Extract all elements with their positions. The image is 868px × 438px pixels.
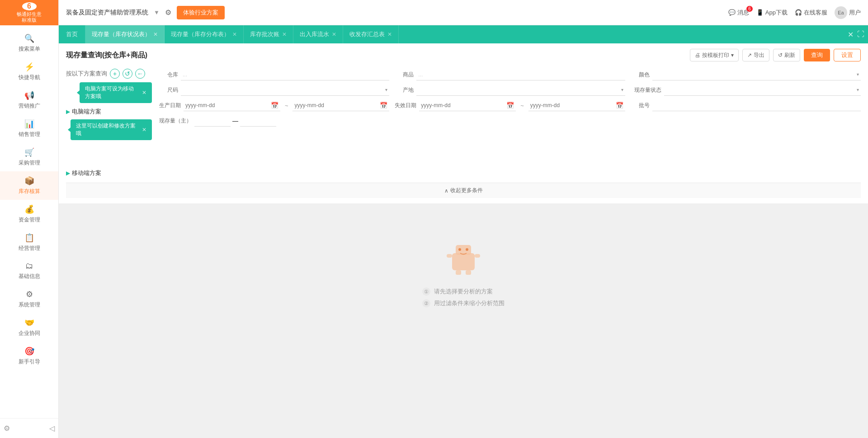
- collapse-sidebar-icon[interactable]: ◁: [49, 424, 55, 433]
- panel-title-bar: 现存量查询(按仓库+商品) 🖨 按模板打印 ▾ ↗ 导出 ↺: [66, 43, 861, 65]
- prod-date-start[interactable]: [185, 102, 271, 108]
- color-field: 颜色 ▾: [631, 69, 861, 80]
- exp-date-start-input[interactable]: 📅: [419, 99, 516, 111]
- inventory-sep: —: [232, 118, 238, 124]
- batch-label: 批号: [631, 102, 650, 109]
- exp-date-end-input[interactable]: 📅: [528, 99, 625, 111]
- prod-date-end-input[interactable]: 📅: [292, 99, 389, 111]
- refresh-scheme-button[interactable]: ↺: [123, 69, 132, 79]
- tab-close-icon[interactable]: ✕: [153, 31, 158, 38]
- system-name: 装备及固定资产辅助管理系统: [66, 9, 148, 17]
- tab-batch-account[interactable]: 库存批次账 ✕: [244, 25, 293, 43]
- user-profile-button[interactable]: Ea 用户: [835, 6, 861, 19]
- prod-date-label: 生产日期: [159, 102, 181, 109]
- back-scheme-button[interactable]: ←: [135, 69, 145, 79]
- sidebar-item-collab[interactable]: 🤝 企业协同: [0, 313, 58, 342]
- scheme-tree: ▶ 电脑端方案: [66, 106, 156, 118]
- sidebar: 6 畅通好生意 标准版 🔍 搜索菜单 ⚡ 快捷导航 📢 营销推广 📊 销售管理 …: [0, 0, 59, 438]
- tab-in-out-flow[interactable]: 出入库流水 ✕: [293, 25, 343, 43]
- tab-home[interactable]: 首页: [59, 25, 85, 43]
- tab-summary[interactable]: 收发存汇总表 ✕: [343, 25, 399, 43]
- sidebar-item-inventory[interactable]: 📦 库存核算: [0, 171, 58, 200]
- system-dropdown-icon[interactable]: ▼: [154, 9, 160, 16]
- tooltip2-close-icon[interactable]: ✕: [142, 127, 146, 133]
- filter-row-3: 生产日期 📅 ~ 📅: [159, 99, 861, 111]
- origin-select[interactable]: ▾: [416, 84, 625, 96]
- tab-expand-icon[interactable]: ⛶: [857, 30, 864, 38]
- origin-dropdown-icon: ▾: [621, 87, 623, 92]
- prod-date-start-input[interactable]: 📅: [184, 99, 280, 111]
- refresh-button[interactable]: ↺ 刷新: [773, 49, 800, 61]
- tab-close-icon[interactable]: ✕: [332, 31, 336, 38]
- tooltip1-close-icon[interactable]: ✕: [142, 89, 146, 96]
- clipboard-icon: 📋: [24, 233, 34, 243]
- tab-close-all-icon[interactable]: ✕: [848, 30, 854, 39]
- filter-row-2: 尺码 ▾ 产地 ▾: [159, 84, 861, 96]
- app-download-button[interactable]: 📱 App下载: [756, 9, 788, 17]
- sidebar-item-quick-nav[interactable]: ⚡ 快捷导航: [0, 57, 58, 86]
- stock-status-select[interactable]: ▾: [664, 84, 861, 96]
- export-icon: ↗: [747, 52, 752, 58]
- stock-status-field: 现存量状态 ▾: [631, 84, 861, 96]
- warehouse-label: 仓库: [159, 71, 178, 79]
- printer-icon: 🖨: [695, 52, 700, 58]
- sidebar-item-finance[interactable]: 💰 资金管理: [0, 200, 58, 228]
- megaphone-icon: 📢: [24, 90, 34, 100]
- warehouse-select[interactable]: ...: [181, 69, 389, 80]
- collapse-button[interactable]: ∧ 收起更多条件: [66, 183, 861, 198]
- tab-inventory-status[interactable]: 现存量（库存状况表） ✕: [85, 25, 165, 43]
- sidebar-item-search[interactable]: 🔍 搜索菜单: [0, 29, 58, 57]
- sidebar-item-label: 采购管理: [19, 159, 40, 167]
- sidebar-item-marketing[interactable]: 📢 营销推广: [0, 86, 58, 114]
- scheme-group-header[interactable]: ▶ 电脑端方案: [66, 106, 156, 118]
- inventory-end-input[interactable]: [240, 115, 276, 127]
- sidebar-item-purchase[interactable]: 🛒 采购管理: [0, 143, 58, 171]
- inventory-label: 现存量（主）: [159, 117, 192, 125]
- template-print-button[interactable]: 🖨 按模板打印 ▾: [690, 49, 739, 61]
- tab-close-icon[interactable]: ✕: [232, 31, 237, 38]
- sidebar-item-label: 库存核算: [19, 188, 40, 195]
- size-select[interactable]: ▾: [181, 84, 389, 96]
- avatar: Ea: [835, 6, 847, 19]
- add-scheme-button[interactable]: +: [110, 69, 120, 79]
- tab-inventory-dist[interactable]: 现存量（库存分布表） ✕: [165, 25, 244, 43]
- sidebar-item-system[interactable]: ⚙ 系统管理: [0, 285, 58, 313]
- batch-input[interactable]: [652, 99, 861, 111]
- color-select[interactable]: ▾: [652, 69, 861, 80]
- date-range-sep: ~: [519, 102, 526, 109]
- sidebar-item-operations[interactable]: 📋 经营管理: [0, 228, 58, 257]
- exp-date-end[interactable]: [530, 102, 616, 108]
- set-button[interactable]: 设置: [834, 49, 861, 61]
- query-button[interactable]: 查询: [804, 49, 830, 61]
- color-label: 颜色: [631, 71, 650, 79]
- tab-bar: 首页 现存量（库存状况表） ✕ 现存量（库存分布表） ✕ 库存批次账 ✕ 出入库…: [59, 25, 868, 43]
- prod-date-end[interactable]: [294, 102, 380, 108]
- exp-date-start[interactable]: [421, 102, 506, 108]
- product-select[interactable]: ...: [416, 69, 625, 80]
- inventory-start-input[interactable]: [194, 115, 231, 127]
- step-1-num: ①: [422, 287, 430, 296]
- refresh-icon: ↺: [778, 52, 783, 58]
- settings-button[interactable]: ⚙: [165, 8, 171, 17]
- sidebar-item-label: 新手引导: [19, 358, 40, 366]
- scheme-group-desktop: ▶ 电脑端方案: [66, 106, 156, 118]
- message-button[interactable]: 💬 6 消息: [728, 9, 749, 17]
- sidebar-item-sales[interactable]: 📊 销售管理: [0, 114, 58, 143]
- export-button[interactable]: ↗ 导出: [742, 49, 769, 61]
- settings-icon[interactable]: ⚙: [4, 424, 10, 433]
- header-right: 💬 6 消息 📱 App下载 🎧 在线客服 Ea 用户: [728, 6, 861, 19]
- sidebar-item-label: 快捷导航: [19, 74, 40, 81]
- sidebar-item-guide[interactable]: 🎯 新手引导: [0, 342, 58, 370]
- sidebar-item-basics[interactable]: 🗂 基础信息: [0, 257, 58, 285]
- inventory-range: —: [194, 115, 276, 127]
- svg-rect-1: [456, 245, 471, 255]
- tab-close-icon[interactable]: ✕: [387, 31, 392, 38]
- online-support-button[interactable]: 🎧 在线客服: [795, 9, 827, 17]
- empty-steps: ① 请先选择要分析的方案 ② 用过滤条件来缩小分析范围: [422, 287, 505, 307]
- product-placeholder: ...: [418, 71, 623, 78]
- scheme-group-mobile-header[interactable]: ▶ 移动端方案: [66, 167, 152, 179]
- size-dropdown-icon: ▾: [385, 87, 387, 92]
- tooltip-text-1: 电脑方案可设为移动方案哦: [85, 85, 138, 100]
- tab-close-icon[interactable]: ✕: [282, 31, 287, 38]
- experience-button[interactable]: 体验行业方案: [177, 6, 225, 19]
